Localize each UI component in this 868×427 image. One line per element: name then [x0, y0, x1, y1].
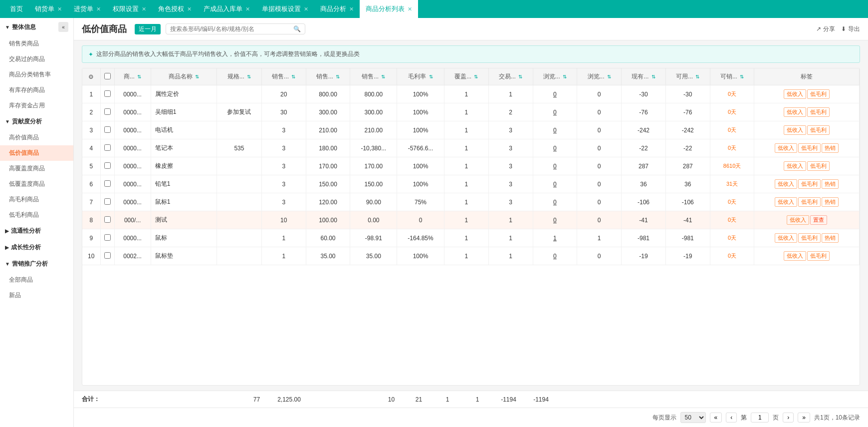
- views-link[interactable]: 0: [553, 199, 557, 206]
- sidebar-item-high-value[interactable]: 高价值商品: [0, 130, 73, 145]
- nav-role[interactable]: 角色授权 ✕: [152, 0, 198, 18]
- th-stock-available[interactable]: 可用... ⇅: [665, 68, 710, 85]
- sidebar-item-high-coverage[interactable]: 高覆盖度商品: [0, 161, 73, 176]
- views-link[interactable]: 1: [553, 235, 557, 242]
- sidebar-collapse-btn[interactable]: «: [58, 22, 68, 32]
- row-checkbox[interactable]: [104, 180, 111, 187]
- th-stock-sellable[interactable]: 可销... ⇅: [710, 68, 754, 85]
- sidebar-item-low-value[interactable]: 低价值商品: [0, 145, 73, 161]
- th-views2[interactable]: 浏览... ⇅: [577, 68, 622, 85]
- td-sales-qty: 3: [261, 139, 306, 157]
- close-role-icon[interactable]: ✕: [187, 6, 192, 12]
- td-name: 测试: [151, 211, 217, 229]
- next-page-btn[interactable]: ›: [783, 413, 794, 423]
- td-views2: 0: [577, 157, 622, 175]
- tag-热销: 热销: [822, 179, 839, 189]
- search-input[interactable]: [170, 25, 291, 32]
- sidebar-group-contribution[interactable]: ▼ 贡献度分析: [0, 113, 73, 130]
- arrow-overview-icon: ▼: [5, 24, 10, 30]
- row-checkbox[interactable]: [104, 234, 111, 241]
- views-link[interactable]: 0: [553, 163, 557, 170]
- th-tags: 标签: [754, 68, 860, 85]
- close-sales-icon[interactable]: ✕: [57, 6, 62, 12]
- first-page-btn[interactable]: «: [710, 413, 722, 423]
- th-sales-price[interactable]: 销售... ⇅: [306, 68, 350, 85]
- views-link[interactable]: 0: [553, 91, 557, 98]
- share-button[interactable]: ↗ 分享: [816, 25, 835, 33]
- row-checkbox[interactable]: [104, 126, 111, 133]
- sidebar-item-all-goods[interactable]: 全部商品: [0, 272, 73, 288]
- sidebar-group-growth[interactable]: ▶ 成长性分析: [0, 239, 73, 256]
- th-sales-qty[interactable]: 销售... ⇅: [261, 68, 306, 85]
- nav-product-entry[interactable]: 产成品入库单 ✕: [198, 0, 256, 18]
- close-product-icon[interactable]: ✕: [245, 6, 250, 12]
- close-list-icon[interactable]: ✕: [408, 6, 412, 12]
- td-sales-amount: -10,380...: [350, 139, 397, 157]
- sidebar-item-stock-goods[interactable]: 有库存的商品: [0, 82, 73, 98]
- sidebar-item-low-coverage[interactable]: 低覆盖度商品: [0, 176, 73, 192]
- sidebar-item-high-margin[interactable]: 高毛利商品: [0, 192, 73, 207]
- td-stock-available: -76: [665, 103, 710, 121]
- time-badge[interactable]: 近一月: [135, 24, 161, 34]
- sidebar-item-category-rate[interactable]: 商品分类销售率: [0, 67, 73, 82]
- sidebar-item-low-margin[interactable]: 低毛利商品: [0, 207, 73, 223]
- td-checkbox: [100, 211, 114, 229]
- th-stock-current[interactable]: 现有... ⇅: [622, 68, 666, 85]
- nav-sales[interactable]: 销货单 ✕: [29, 0, 68, 18]
- views-link[interactable]: 0: [553, 253, 557, 260]
- row-checkbox[interactable]: [104, 198, 111, 205]
- views-link[interactable]: 0: [553, 217, 557, 224]
- views-link[interactable]: 0: [553, 181, 557, 188]
- th-sales-amount[interactable]: 销售... ⇅: [350, 68, 397, 85]
- row-checkbox[interactable]: [104, 216, 111, 223]
- td-stock-available: -106: [665, 193, 710, 211]
- close-permission-icon[interactable]: ✕: [142, 6, 146, 12]
- nav-template[interactable]: 单据模板设置 ✕: [256, 0, 314, 18]
- sidebar-group-overview[interactable]: ▼ 整体信息: [5, 23, 58, 31]
- th-views1[interactable]: 浏览... ⇅: [533, 68, 577, 85]
- sidebar-item-new-goods[interactable]: 新品: [0, 288, 73, 303]
- prev-page-btn[interactable]: ‹: [726, 413, 737, 423]
- current-page-input[interactable]: [751, 413, 769, 423]
- close-analysis-icon[interactable]: ✕: [349, 6, 354, 12]
- row-checkbox[interactable]: [104, 162, 111, 169]
- td-stock-sellable: 0天: [710, 229, 754, 247]
- table-total-row: 合计： 77 2,125.00 10 21 1 1 -1194 -1194: [74, 391, 868, 408]
- sidebar-group-flow[interactable]: ▶ 流通性分析: [0, 223, 73, 239]
- td-coverage: 1: [444, 229, 488, 247]
- close-template-icon[interactable]: ✕: [304, 6, 308, 12]
- nav-goods-analysis[interactable]: 商品分析 ✕: [314, 0, 360, 18]
- sidebar-item-traded-goods[interactable]: 交易过的商品: [0, 51, 73, 67]
- views-link[interactable]: 0: [553, 127, 557, 134]
- views-link[interactable]: 0: [553, 109, 557, 116]
- th-trade[interactable]: 交易... ⇅: [488, 68, 533, 85]
- row-checkbox[interactable]: [104, 252, 111, 259]
- views-link[interactable]: 0: [553, 145, 557, 152]
- select-all-checkbox[interactable]: [104, 73, 111, 79]
- nav-permission[interactable]: 权限设置 ✕: [107, 0, 152, 18]
- close-purchase-icon[interactable]: ✕: [96, 6, 101, 12]
- td-margin: 100%: [397, 103, 444, 121]
- row-checkbox[interactable]: [104, 108, 111, 115]
- search-icon[interactable]: 🔍: [293, 25, 301, 32]
- nav-goods-list[interactable]: 商品分析列表 ✕: [360, 0, 418, 18]
- th-margin[interactable]: 毛利率 ⇅: [397, 68, 444, 85]
- th-settings[interactable]: ⚙: [82, 68, 100, 85]
- td-code: 0000...: [114, 229, 151, 247]
- th-name[interactable]: 商品名称 ⇅: [151, 68, 217, 85]
- tag-低毛利: 低毛利: [807, 161, 830, 171]
- th-coverage[interactable]: 覆盖... ⇅: [444, 68, 488, 85]
- th-spec[interactable]: 规格... ⇅: [217, 68, 262, 85]
- sidebar-item-sales-goods[interactable]: 销售类商品: [0, 36, 73, 51]
- nav-home[interactable]: 首页: [4, 0, 29, 18]
- th-code[interactable]: 商... ⇅: [114, 68, 151, 85]
- export-button[interactable]: ⬇ 导出: [841, 25, 860, 33]
- row-checkbox[interactable]: [104, 90, 111, 97]
- sidebar-group-marketing[interactable]: ▼ 营销推广分析: [0, 256, 73, 272]
- last-page-btn[interactable]: »: [798, 413, 810, 423]
- goods-table: ⚙ 商... ⇅ 商品名称 ⇅ 规格... ⇅ 销售... ⇅ 销售... ⇅ …: [82, 68, 860, 265]
- row-checkbox[interactable]: [104, 144, 111, 151]
- nav-purchase[interactable]: 进货单 ✕: [68, 0, 107, 18]
- sidebar-item-capital[interactable]: 库存资金占用: [0, 98, 73, 113]
- page-size-select[interactable]: 50 100: [680, 412, 706, 423]
